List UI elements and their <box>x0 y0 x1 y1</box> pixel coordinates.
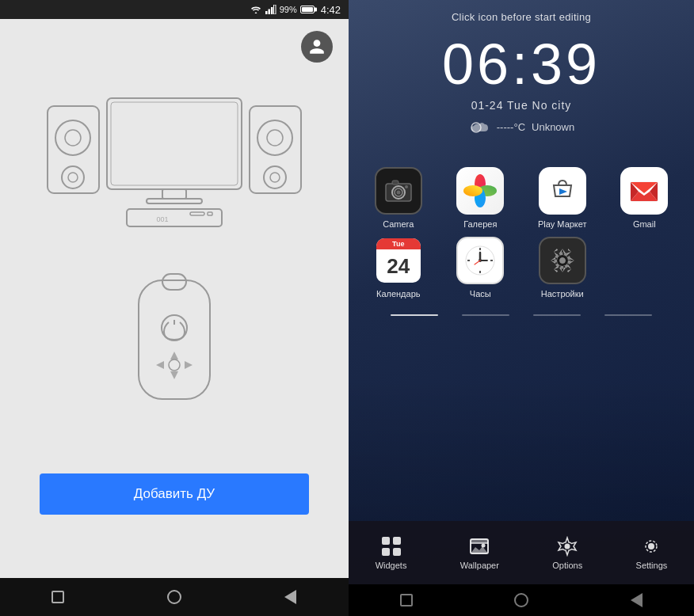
toolbar-options[interactable]: Options <box>552 535 582 570</box>
svg-rect-36 <box>392 181 398 184</box>
toolbar-wallpaper[interactable]: Wallpaper <box>460 535 499 570</box>
svg-text:001: 001 <box>156 215 168 223</box>
recents-button-left[interactable] <box>279 585 303 609</box>
signal-icon <box>265 5 276 14</box>
app-item-settings[interactable]: Настройки <box>525 237 600 298</box>
svg-point-62 <box>559 257 566 264</box>
settings-icon <box>539 237 586 284</box>
recents-button-right[interactable] <box>624 588 648 612</box>
toolbar-settings-label: Settings <box>636 561 668 570</box>
user-icon <box>308 38 326 55</box>
app-item-camera[interactable]: Camera <box>361 167 436 229</box>
svg-rect-17 <box>147 199 202 203</box>
home-button-left[interactable] <box>162 585 186 609</box>
wifi-icon <box>250 5 262 14</box>
dot-3 <box>533 314 581 316</box>
svg-marker-26 <box>170 352 178 359</box>
svg-rect-4 <box>48 106 99 193</box>
svg-rect-65 <box>393 537 401 545</box>
svg-point-6 <box>65 130 81 146</box>
profile-icon[interactable] <box>301 31 333 63</box>
app-item-gmail[interactable]: Gmail <box>608 167 682 229</box>
app-item-calendar[interactable]: Tue 24 Календарь <box>361 237 436 298</box>
tv-illustration: 001 <box>40 67 309 241</box>
calendar-icon: Tue 24 <box>375 237 422 284</box>
toolbar-settings[interactable]: Settings <box>636 535 668 570</box>
weather-row: -----°C Unknown <box>349 118 694 135</box>
time-display: 4:42 <box>321 4 341 16</box>
triangle-icon-right <box>631 593 643 607</box>
svg-rect-15 <box>111 102 238 185</box>
svg-rect-23 <box>162 274 186 290</box>
circle-icon-right <box>514 593 528 607</box>
toolbar-widgets[interactable]: Widgets <box>376 535 407 570</box>
svg-rect-3 <box>273 5 276 14</box>
add-device-button[interactable]: Добавить ДУ <box>40 473 309 515</box>
clock-display: 06:39 01-24 Tue No city -----°C Unknown <box>349 36 694 135</box>
gmail-label: Gmail <box>633 219 656 229</box>
back-button-left[interactable] <box>46 585 70 609</box>
svg-point-8 <box>68 173 78 182</box>
gallery-label: Галерея <box>463 219 497 229</box>
right-panel: Click icon before start editing 06:39 01… <box>349 0 694 616</box>
calendar-widget: Tue 24 <box>376 238 421 283</box>
options-label: Options <box>552 561 582 570</box>
svg-point-30 <box>169 359 180 371</box>
app-item-gallery[interactable]: Галерея <box>444 167 518 229</box>
camera-icon <box>375 167 422 215</box>
home-button-right[interactable] <box>509 588 533 612</box>
clock-app-label: Часы <box>470 289 491 298</box>
widgets-icon <box>380 535 402 557</box>
svg-point-11 <box>267 130 283 146</box>
svg-rect-18 <box>127 209 222 226</box>
svg-point-12 <box>264 166 286 188</box>
play-label: Play Маркет <box>538 219 587 229</box>
svg-rect-20 <box>208 212 212 215</box>
hint-text: Click icon before start editing <box>349 0 694 28</box>
app-item-play[interactable]: Play Маркет <box>525 167 600 229</box>
svg-rect-64 <box>382 537 390 545</box>
cal-date: 24 <box>376 249 421 283</box>
cal-day: Tue <box>376 238 421 249</box>
wallpaper-label: Wallpaper <box>460 561 499 570</box>
svg-rect-16 <box>162 189 186 199</box>
svg-point-41 <box>463 185 482 196</box>
status-icons: 99% 4:42 <box>250 4 341 16</box>
svg-point-74 <box>648 543 654 549</box>
clock-icon <box>456 237 504 284</box>
battery-icon <box>300 6 315 13</box>
svg-point-10 <box>257 120 292 155</box>
svg-marker-29 <box>185 361 193 369</box>
triangle-icon-left <box>284 590 296 604</box>
svg-point-13 <box>270 173 280 182</box>
gmail-icon <box>620 167 668 215</box>
svg-rect-14 <box>107 98 242 189</box>
svg-rect-66 <box>382 548 390 556</box>
widgets-label: Widgets <box>376 561 407 570</box>
svg-point-35 <box>396 191 400 195</box>
gallery-icon <box>456 167 504 215</box>
camera-label: Camera <box>383 219 414 229</box>
weather-temp: -----°C <box>497 121 525 133</box>
svg-rect-19 <box>190 212 204 215</box>
bottom-toolbar: Widgets Wallpaper <box>349 521 694 584</box>
calendar-label: Календарь <box>376 289 421 298</box>
svg-point-73 <box>565 544 570 549</box>
dot-4 <box>604 314 652 316</box>
wallpaper-icon <box>468 535 490 557</box>
svg-rect-9 <box>250 106 301 193</box>
play-icon <box>539 167 586 215</box>
svg-marker-71 <box>471 546 488 553</box>
remote-illustration <box>95 264 254 407</box>
app-item-clock[interactable]: Часы <box>444 237 518 298</box>
back-button-right[interactable] <box>395 588 418 612</box>
svg-point-72 <box>482 544 486 548</box>
left-panel: 99% 4:42 <box>0 0 349 616</box>
square-icon-right <box>400 594 413 606</box>
status-bar-left: 99% 4:42 <box>0 0 349 19</box>
toolbar-settings-icon <box>640 535 662 557</box>
left-content: 001 <box>0 19 349 578</box>
nav-bar-left <box>0 578 349 616</box>
svg-point-5 <box>55 120 90 155</box>
svg-rect-1 <box>268 10 270 15</box>
